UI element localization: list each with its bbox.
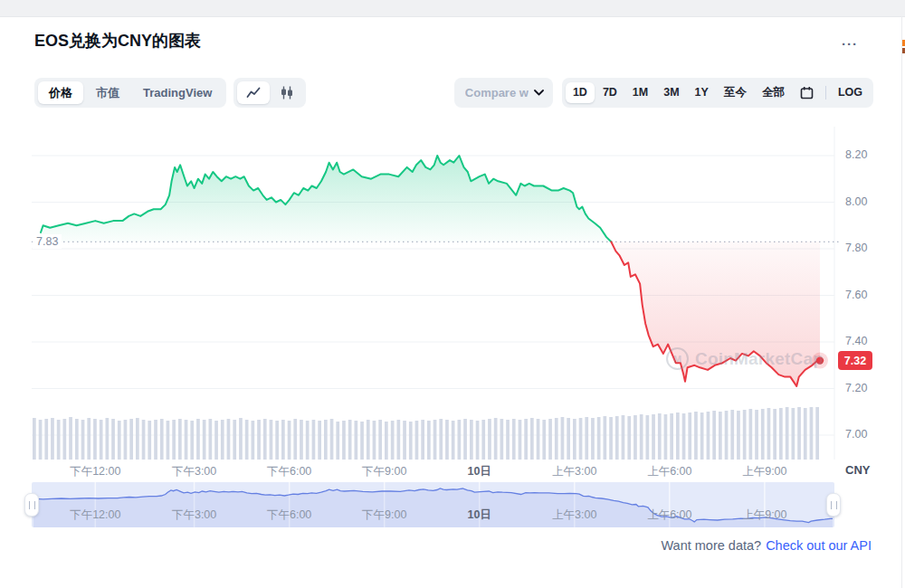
candlestick-icon	[281, 86, 293, 100]
compare-label: Compare w	[465, 86, 529, 100]
api-link[interactable]: Check out our API	[766, 538, 872, 553]
volume-bar	[786, 407, 789, 460]
range-slider-tick-label: 上午3:00	[552, 507, 596, 523]
range-1m[interactable]: 1M	[625, 82, 655, 103]
range-7d[interactable]: 7D	[595, 82, 624, 103]
volume-bar	[548, 419, 552, 460]
volume-bar	[336, 422, 339, 460]
current-price-badge: 7.32	[838, 351, 872, 370]
range-ytd[interactable]: 至今	[717, 82, 754, 103]
volume-bar	[239, 418, 243, 460]
volume-bar	[604, 416, 607, 460]
range-3m[interactable]: 3M	[656, 82, 686, 103]
volume-bar	[676, 413, 680, 460]
grip-icon	[831, 501, 837, 509]
range-slider-left-handle[interactable]	[24, 493, 39, 517]
compare-button[interactable]: Compare w	[454, 78, 553, 108]
volume-bar	[348, 420, 352, 460]
volume-bar	[33, 418, 36, 460]
volume-bar	[403, 421, 406, 460]
volume-bar	[609, 417, 613, 460]
volume-bar	[111, 419, 115, 460]
last-price-dot	[816, 356, 824, 364]
volume-bar	[330, 419, 334, 460]
volume-bar	[288, 421, 291, 460]
range-1y[interactable]: 1Y	[688, 82, 716, 103]
volume-bar	[263, 419, 267, 460]
volume-bar	[51, 418, 54, 460]
volume-bar	[445, 420, 449, 460]
page-edge-divider	[901, 16, 902, 588]
volume-bar	[106, 418, 110, 460]
y-tick-label: 8.20	[845, 148, 867, 161]
volume-bar	[324, 420, 328, 460]
tab-price[interactable]: 价格	[38, 81, 83, 104]
volume-bar	[494, 418, 498, 460]
volume-bar	[312, 420, 316, 460]
range-slider-tick-label: 下午6:00	[267, 507, 311, 523]
price-chart[interactable]: M CoinMarketCap 7.83 8.208.007.807.607.4…	[0, 127, 905, 463]
calendar-icon	[800, 86, 814, 100]
volume-bar	[69, 417, 72, 460]
volume-bar	[725, 411, 729, 460]
volume-bar	[427, 421, 431, 460]
volume-bar	[537, 419, 540, 460]
volume-bar	[318, 421, 321, 460]
candlestick-chart-type-button[interactable]	[272, 81, 302, 104]
volume-bar	[209, 419, 213, 460]
volume-bar	[615, 416, 619, 460]
range-slider-tick-label: 下午12:00	[70, 507, 120, 523]
volume-bar	[640, 414, 643, 460]
volume-bar	[658, 413, 662, 460]
range-all[interactable]: 全部	[755, 82, 792, 103]
volume-bar	[779, 408, 783, 460]
range-slider-right-handle[interactable]	[826, 493, 841, 517]
volume-bar	[579, 418, 583, 460]
x-tick-label: 上午9:00	[742, 464, 786, 479]
x-axis: CNY 下午12:00下午3:00下午6:00下午9:0010日上午3:00上午…	[0, 462, 905, 480]
volume-bar	[172, 420, 176, 460]
log-scale-button[interactable]: LOG	[831, 82, 870, 103]
volume-bar	[214, 421, 218, 460]
volume-bar	[63, 419, 67, 460]
volume-bar	[257, 420, 261, 460]
volume-bar	[512, 419, 516, 460]
volume-bar	[597, 417, 601, 460]
volume-bar	[360, 422, 364, 460]
volume-bar	[712, 411, 716, 460]
volume-bar	[118, 421, 121, 460]
more-options-button[interactable]: ···	[836, 36, 863, 52]
chart-range-slider[interactable]: 下午12:00下午3:00下午6:00下午9:0010日上午3:00上午6:00…	[32, 482, 834, 527]
range-1d[interactable]: 1D	[566, 82, 595, 103]
volume-bar	[797, 407, 801, 460]
grip-icon	[29, 501, 35, 509]
volume-bar	[281, 420, 285, 460]
tab-marketcap[interactable]: 市值	[85, 81, 130, 104]
range-slider-canvas	[32, 482, 834, 527]
chart-toolbar-right: Compare w 1D 7D 1M 3M 1Y 至今 全部 LOG	[454, 78, 873, 108]
volume-bar	[75, 419, 79, 460]
previous-close-label: 7.83	[33, 234, 62, 249]
volume-bar	[39, 420, 43, 460]
volume-bar	[561, 417, 565, 460]
volume-bar	[458, 420, 462, 460]
line-chart-icon	[246, 87, 261, 99]
y-tick-label: 7.60	[845, 289, 867, 301]
volume-bar	[233, 420, 236, 460]
volume-bar	[100, 420, 103, 460]
x-tick-label: 10日	[468, 464, 491, 479]
volume-bar	[87, 418, 90, 460]
tab-tradingview[interactable]: TradingView	[132, 81, 223, 104]
volume-bar	[367, 420, 370, 460]
volume-bar	[573, 419, 576, 460]
volume-bar	[373, 421, 376, 460]
calendar-button[interactable]	[793, 81, 821, 104]
line-chart-type-button[interactable]	[237, 81, 270, 104]
range-slider-tick-label: 10日	[468, 507, 491, 523]
volume-bar	[81, 420, 85, 460]
volume-bar	[555, 418, 558, 460]
volume-bar	[300, 420, 303, 460]
volume-bar	[737, 411, 740, 460]
chart-type-group	[233, 78, 306, 108]
volume-bar	[682, 413, 686, 460]
